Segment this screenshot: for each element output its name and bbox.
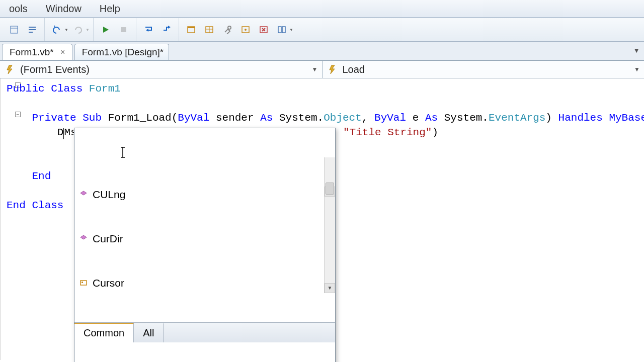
- text-caret: [63, 128, 64, 139]
- intellisense-list: CULng CurDir Cursor CUShort Data: [74, 157, 335, 293]
- svg-marker-5: [54, 25, 55, 27]
- intellisense-tab-common[interactable]: Common: [74, 323, 134, 342]
- code-editor-area: − − Public Class Form1 Private Sub Form1…: [0, 78, 644, 360]
- tab-form1-design[interactable]: Form1.vb [Design]*: [74, 44, 170, 60]
- undo-dropdown-icon[interactable]: ▼: [64, 28, 69, 32]
- settings-icon[interactable]: [238, 22, 253, 37]
- svg-marker-24: [330, 65, 335, 74]
- comment-icon[interactable]: [25, 22, 40, 37]
- scroll-down-icon[interactable]: ▼: [325, 283, 335, 293]
- svg-rect-0: [11, 26, 18, 33]
- menu-help[interactable]: Help: [91, 0, 129, 17]
- svg-marker-25: [80, 191, 87, 195]
- code-navigation-bar: (Form1 Events) ▼ Load ▼: [0, 60, 644, 78]
- toolbar-overflow-dropdown-icon[interactable]: ▼: [289, 28, 294, 32]
- svg-rect-7: [121, 27, 126, 32]
- intellisense-label: Cursor: [93, 276, 124, 290]
- intellisense-popup: CULng CurDir Cursor CUShort Data: [74, 128, 336, 362]
- close-panel-icon[interactable]: [256, 22, 271, 37]
- lightning-icon: [5, 64, 15, 74]
- svg-marker-8: [146, 29, 148, 32]
- method-icon: [77, 234, 90, 242]
- member-selector[interactable]: Load ▼: [323, 61, 645, 78]
- intellisense-label: CurDir: [93, 231, 123, 246]
- drop-icon[interactable]: [7, 22, 22, 37]
- chevron-down-icon: ▼: [634, 66, 640, 73]
- tools-icon[interactable]: [220, 22, 235, 37]
- svg-point-15: [228, 26, 231, 29]
- code-editor[interactable]: Public Class Form1 Private Sub Form1_Loa…: [1, 78, 644, 360]
- intellisense-item[interactable]: CurDir: [74, 231, 335, 246]
- redo-dropdown-icon[interactable]: ▼: [85, 28, 90, 32]
- properties-icon[interactable]: [202, 22, 217, 37]
- property-icon: [77, 279, 90, 287]
- intellisense-tab-all[interactable]: All: [134, 323, 164, 342]
- step-over-icon[interactable]: [159, 22, 174, 37]
- layout-icon[interactable]: [274, 22, 289, 37]
- toolbar: ▼ ▼: [0, 18, 644, 42]
- intellisense-item[interactable]: CULng: [74, 187, 335, 202]
- document-tabs: Form1.vb* × Form1.vb [Design]* ▼: [0, 42, 644, 60]
- scroll-thumb[interactable]: [326, 183, 334, 195]
- undo-icon[interactable]: [49, 22, 64, 37]
- play-icon[interactable]: [98, 22, 113, 37]
- stop-icon[interactable]: [116, 22, 131, 37]
- svg-rect-11: [188, 27, 195, 28]
- menu-tools[interactable]: ools: [0, 0, 37, 17]
- class-selector-label: (Form1 Events): [20, 64, 90, 75]
- tab-label: Form1.vb [Design]*: [82, 47, 164, 58]
- svg-rect-22: [282, 27, 285, 33]
- intellisense-filter-tabs: Common All: [74, 322, 335, 342]
- svg-rect-28: [82, 282, 83, 283]
- menu-window[interactable]: Window: [37, 0, 91, 17]
- svg-marker-23: [7, 65, 12, 74]
- method-icon: [77, 190, 90, 198]
- class-selector[interactable]: (Form1 Events) ▼: [0, 61, 323, 78]
- intellisense-label: CULng: [93, 187, 125, 202]
- svg-marker-6: [103, 27, 109, 33]
- close-icon[interactable]: ×: [59, 48, 67, 57]
- intellisense-scrollbar[interactable]: ▲ ▼: [324, 157, 335, 293]
- tab-label: Form1.vb*: [10, 47, 54, 58]
- redo-icon[interactable]: [70, 22, 86, 37]
- window-icon[interactable]: [184, 22, 199, 37]
- chevron-down-icon: ▼: [312, 66, 318, 73]
- lightning-icon: [328, 64, 338, 74]
- svg-point-17: [245, 29, 247, 31]
- tabs-dropdown-icon[interactable]: ▼: [633, 46, 640, 54]
- intellisense-item[interactable]: Cursor: [74, 275, 335, 290]
- step-into-icon[interactable]: [141, 22, 156, 37]
- svg-marker-9: [168, 26, 171, 29]
- tab-form1-code[interactable]: Form1.vb* ×: [2, 44, 72, 60]
- member-selector-label: Load: [343, 64, 365, 75]
- svg-rect-27: [80, 281, 87, 285]
- svg-rect-21: [278, 27, 281, 33]
- svg-marker-26: [80, 235, 87, 239]
- text-cursor-icon: [119, 146, 126, 158]
- menu-bar: ools Window Help: [0, 0, 644, 18]
